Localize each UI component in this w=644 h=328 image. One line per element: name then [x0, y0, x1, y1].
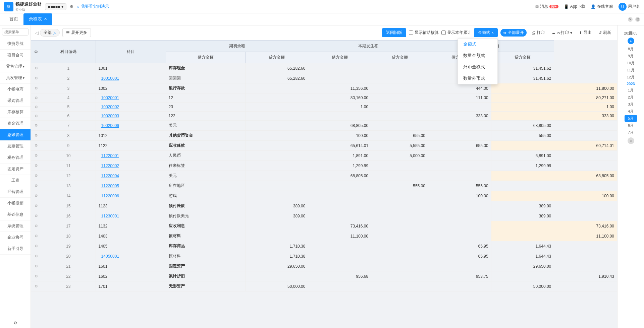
period-collapse-btn[interactable]: ∧	[628, 38, 634, 44]
mode-option-qty-amount[interactable]: 数量金额式	[458, 50, 497, 61]
show-auxiliary-checkbox[interactable]: 显示辅助核算	[409, 30, 439, 36]
company-selector[interactable]: ■■■■■ ▾	[45, 3, 66, 10]
sidebar-item-capital[interactable]: 资金管理	[0, 118, 31, 129]
table-wrapper: ⚙ 科目编码 科目 期初余额 本期发生额 期末余额 借方金额 贷方金额 借方金额…	[31, 40, 617, 328]
sidebar-item-system[interactable]: 系统管理	[0, 220, 31, 232]
tab-home[interactable]: 首页	[4, 13, 23, 25]
period-month-3[interactable]: 3月	[625, 101, 637, 108]
settings-icon[interactable]: ⚙	[70, 4, 73, 9]
row-code[interactable]: 11220005	[96, 181, 166, 191]
row-name: 美元	[166, 121, 245, 131]
online-service-btn[interactable]: 👤 在线客服	[591, 4, 613, 9]
row-debit-end: 1,644.43	[491, 251, 554, 261]
row-settings: ⚙	[31, 251, 41, 261]
sidebar-settings[interactable]: ⚙	[0, 318, 31, 328]
period-month-4[interactable]: 4月	[625, 108, 637, 115]
mode-option-qty-foreign[interactable]: 数量外币式	[458, 73, 497, 84]
show-ytd-checkbox[interactable]: 显示本年累计	[441, 30, 471, 36]
row-code[interactable]: 11220004	[96, 171, 166, 181]
row-credit-occur	[428, 261, 491, 271]
cloud-print-btn[interactable]: ☁ 云打印 ▾	[549, 28, 574, 37]
table-header-row-1: ⚙ 科目编码 科目 期初余额 本期发生额 期末余额	[31, 41, 617, 52]
period-month-1[interactable]: 1月	[625, 87, 637, 94]
row-credit-begin	[308, 281, 371, 291]
app-download-btn[interactable]: 📱 App下载	[564, 4, 585, 9]
sidebar-item-cooperation[interactable]: 企业协同	[0, 232, 31, 243]
row-code[interactable]: 10010001	[96, 73, 166, 83]
row-code[interactable]: 11230001	[96, 211, 166, 221]
row-num: 4	[41, 93, 96, 103]
row-code[interactable]: 14050001	[96, 251, 166, 261]
logo-icon: 财	[4, 2, 13, 11]
sidebar-item-retail[interactable]: 零售管理▾	[0, 61, 31, 72]
th-credit-end: 贷方金额	[491, 52, 554, 63]
right-panel: 期间选择 2023.05 ∧ 8月9月10月11月12月20231月2月3月4月…	[617, 25, 644, 328]
period-month-6[interactable]: 6月	[625, 122, 637, 129]
ytd-checkbox-input[interactable]	[441, 30, 446, 35]
period-month-10[interactable]: 10月	[625, 60, 637, 67]
sidebar-item-operations[interactable]: 经营管理	[0, 186, 31, 198]
period-month-12[interactable]: 12月	[625, 74, 637, 81]
sidebar-item-wholesale[interactable]: 批发管理▾	[0, 72, 31, 84]
tab-actions: ✕ ⊡	[628, 17, 640, 22]
auxiliary-checkbox-input[interactable]	[409, 30, 413, 35]
mode-option-foreign-amount[interactable]: 外币金额式	[458, 61, 497, 73]
sidebar-item-project-contract[interactable]: 项目合同	[0, 50, 31, 61]
sidebar-item-inventory[interactable]: 库存核算	[0, 107, 31, 118]
row-credit-occur: 65.95	[428, 241, 491, 251]
row-credit-end	[554, 281, 617, 291]
sidebar-item-sales-report[interactable]: 小畅报销	[0, 198, 31, 209]
print-btn[interactable]: 🖨 打印	[529, 28, 547, 37]
window-close-btn[interactable]: ✕	[628, 17, 633, 22]
sidebar-item-quick-nav[interactable]: 快捷导航	[0, 38, 31, 50]
mode-option-amount[interactable]: 金额式	[458, 39, 497, 50]
sidebar-item-invoice[interactable]: 发票管理	[0, 141, 31, 152]
tab-close-icon[interactable]: ✕	[44, 17, 47, 21]
message-btn[interactable]: ✉ 消息 99+	[535, 4, 558, 9]
row-code[interactable]: 11220002	[96, 161, 166, 171]
row-credit-begin: 73,416.00	[308, 221, 371, 231]
row-credit-end	[554, 261, 617, 271]
row-code[interactable]: 11220006	[96, 191, 166, 201]
demo-link[interactable]: ○ 我要看实例演示	[77, 4, 109, 9]
row-debit-end: 389.00	[491, 201, 554, 211]
period-month-9[interactable]: 9月	[625, 53, 637, 60]
row-code[interactable]: 10020006	[96, 121, 166, 131]
period-month-2023[interactable]: 2023	[625, 81, 637, 87]
period-month-7[interactable]: 7月	[625, 129, 637, 136]
row-credit-end	[554, 161, 617, 171]
return-old-btn[interactable]: 返回旧版	[382, 28, 406, 37]
period-month-5[interactable]: 5月	[625, 115, 637, 122]
row-code[interactable]: 10020003	[96, 112, 166, 121]
sidebar-item-payroll[interactable]: 工资	[0, 175, 31, 186]
top-bar-right: ✉ 消息 99+ 📱 App下载 👤 在线客服 U 用户名	[535, 3, 640, 11]
period-month-8[interactable]: 8月	[625, 46, 637, 53]
refresh-btn[interactable]: ↺ 刷新	[596, 28, 613, 37]
sidebar-item-general-ledger[interactable]: 总账管理	[0, 129, 31, 141]
sidebar-item-ecommerce[interactable]: 小畅电商	[0, 84, 31, 95]
row-debit-end	[491, 112, 554, 121]
sidebar-search-input[interactable]	[2, 28, 29, 36]
user-avatar[interactable]: U 用户名	[619, 3, 640, 11]
row-code[interactable]: 11220001	[96, 151, 166, 161]
mode-btn-wrapper: 金额式 ∧ 金额式数量金额式外币金额式数量外币式	[474, 28, 498, 37]
sidebar-item-purchase[interactable]: 采购管理	[0, 95, 31, 107]
sidebar-item-tax[interactable]: 税务管理	[0, 152, 31, 163]
toggle-all-btn[interactable]: ⇔ 全部展开	[500, 29, 527, 37]
period-expand-btn[interactable]: ⊕	[628, 137, 634, 144]
window-expand-btn[interactable]: ⊡	[635, 17, 640, 22]
expand-more-btn[interactable]: ☰ 展开更多	[62, 28, 91, 37]
mode-btn[interactable]: 金额式 ∧	[474, 28, 498, 37]
period-month-11[interactable]: 11月	[625, 67, 637, 74]
row-code[interactable]: 10020001	[96, 93, 166, 103]
sidebar-item-new-guide[interactable]: 新手引导	[0, 243, 31, 255]
row-debit-begin: 389.00	[245, 211, 308, 221]
row-code[interactable]: 10020002	[96, 103, 166, 112]
export-btn[interactable]: ⬆ 导出	[577, 28, 594, 37]
row-debit-begin	[245, 231, 308, 241]
tab-balance[interactable]: 余额表 ✕	[23, 13, 52, 25]
sidebar-item-basic-info[interactable]: 基础信息	[0, 209, 31, 220]
period-month-2[interactable]: 2月	[625, 94, 637, 101]
sidebar-item-fixed-assets[interactable]: 固定资产	[0, 163, 31, 175]
period-2023-start[interactable]: 2023.05	[619, 30, 643, 36]
